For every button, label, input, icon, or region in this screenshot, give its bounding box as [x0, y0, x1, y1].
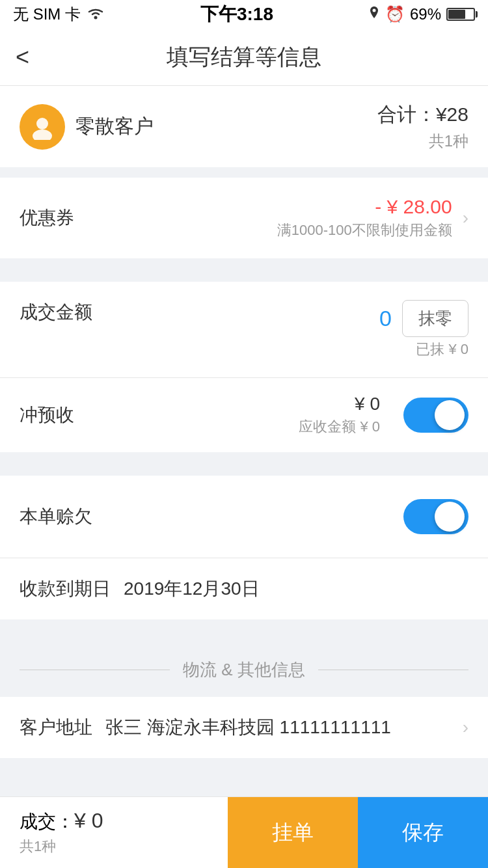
round-off-button[interactable]: 抹零 [402, 300, 468, 337]
carrier-text: 无 SIM 卡 [13, 4, 81, 25]
logistics-text: 物流 & 其他信息 [170, 658, 318, 681]
transaction-right: 0 抹零 已抹 ¥ 0 [379, 300, 468, 359]
pre-receive-toggle-knob [435, 400, 465, 430]
pending-button[interactable]: 挂单 [228, 797, 358, 869]
section-separator-2 [0, 463, 488, 476]
coupon-discount: - ¥ 28.00 [277, 196, 452, 218]
pre-receive-label: 冲预收 [20, 403, 74, 427]
pre-receive-right: ¥ 0 应收金额 ¥ 0 [299, 394, 468, 437]
alarm-icon: ⏰ [385, 5, 405, 23]
pre-receive-amount: ¥ 0 [299, 394, 380, 414]
location-icon [368, 5, 380, 23]
battery-icon [446, 8, 475, 21]
bottom-summary: 成交：¥ 0 共1种 [0, 809, 228, 856]
section-separator-1 [0, 269, 488, 282]
amount-input-container: 0 抹零 [379, 300, 468, 337]
address-chevron-icon: › [463, 717, 468, 738]
debt-card: 本单赊欠 收款到期日 2019年12月30日 [0, 476, 488, 619]
page-title: 填写结算等信息 [167, 42, 321, 72]
logistics-section: 物流 & 其他信息 [0, 643, 488, 697]
bottom-deal-row: 成交：¥ 0 [20, 809, 208, 834]
svg-point-0 [94, 16, 98, 20]
due-date-value[interactable]: 2019年12月30日 [124, 576, 260, 601]
pre-receive-values: ¥ 0 应收金额 ¥ 0 [299, 394, 380, 437]
svg-point-2 [36, 118, 48, 129]
back-button[interactable]: < [16, 44, 29, 71]
save-button[interactable]: 保存 [358, 797, 488, 869]
address-value: 张三 海淀永丰科技园 11111111111 [105, 715, 463, 740]
coupon-desc: 满1000-100不限制使用金额 [277, 221, 452, 240]
customer-row: 零散客户 合计：¥28 共1种 [0, 86, 488, 167]
transaction-amount-row: 成交金额 0 抹零 已抹 ¥ 0 [0, 282, 488, 377]
coupon-label: 优惠券 [20, 206, 74, 230]
debt-toggle[interactable] [403, 499, 468, 534]
svg-point-3 [33, 129, 52, 140]
pre-receive-receivable: 应收金额 ¥ 0 [299, 417, 380, 437]
address-card: 客户地址 张三 海淀永丰科技园 11111111111 › [0, 697, 488, 758]
coupon-right: - ¥ 28.00 满1000-100不限制使用金额 › [277, 196, 468, 240]
debt-toggle-knob [435, 502, 465, 532]
customer-left: 零散客户 [20, 104, 154, 150]
customer-total: 合计：¥28 共1种 [377, 102, 468, 152]
pre-receive-row: 冲预收 ¥ 0 应收金额 ¥ 0 [0, 377, 488, 452]
status-bar: 无 SIM 卡 下午3:18 ⏰ 69% [0, 0, 488, 29]
bottom-bar: 成交：¥ 0 共1种 挂单 保存 [0, 796, 488, 868]
svg-point-1 [372, 9, 375, 12]
nav-bar: < 填写结算等信息 [0, 29, 488, 86]
logistics-line-left [20, 670, 170, 670]
bottom-deal-label: 成交： [20, 811, 74, 832]
transaction-value[interactable]: 0 [379, 306, 392, 331]
debt-label: 本单赊欠 [20, 504, 92, 529]
coupon-row[interactable]: 优惠券 - ¥ 28.00 满1000-100不限制使用金额 › [0, 178, 488, 258]
pre-receive-toggle[interactable] [403, 398, 468, 433]
address-label: 客户地址 [20, 715, 92, 740]
bottom-deal-amount: ¥ 0 [74, 809, 103, 832]
total-amount: 合计：¥28 [377, 102, 468, 128]
due-date-label: 收款到期日 [20, 576, 111, 601]
debt-row: 本单赊欠 [0, 476, 488, 558]
address-row[interactable]: 客户地址 张三 海淀永丰科技园 11111111111 › [0, 697, 488, 758]
logistics-line-right [318, 670, 468, 670]
section-separator-3 [0, 630, 488, 643]
bottom-count: 共1种 [20, 837, 208, 856]
total-count: 共1种 [377, 131, 468, 152]
transaction-label: 成交金额 [20, 300, 92, 325]
customer-name: 零散客户 [75, 113, 154, 140]
coupon-value-container: - ¥ 28.00 满1000-100不限制使用金额 [277, 196, 452, 240]
customer-card: 零散客户 合计：¥28 共1种 [0, 86, 488, 167]
status-time: 下午3:18 [200, 2, 273, 27]
status-right: ⏰ 69% [368, 5, 475, 23]
wifi-icon [86, 5, 105, 23]
rounded-off-label: 已抹 ¥ 0 [379, 340, 468, 359]
customer-avatar [20, 104, 65, 150]
battery-text: 69% [410, 5, 441, 23]
main-content: 零散客户 合计：¥28 共1种 优惠券 - ¥ 28.00 满1000-100不… [0, 86, 488, 847]
transaction-card: 成交金额 0 抹零 已抹 ¥ 0 冲预收 ¥ 0 应收金额 ¥ 0 [0, 282, 488, 452]
coupon-chevron-icon: › [463, 208, 468, 228]
status-left: 无 SIM 卡 [13, 4, 105, 25]
coupon-card: 优惠券 - ¥ 28.00 满1000-100不限制使用金额 › [0, 178, 488, 258]
due-date-row: 收款到期日 2019年12月30日 [0, 558, 488, 619]
